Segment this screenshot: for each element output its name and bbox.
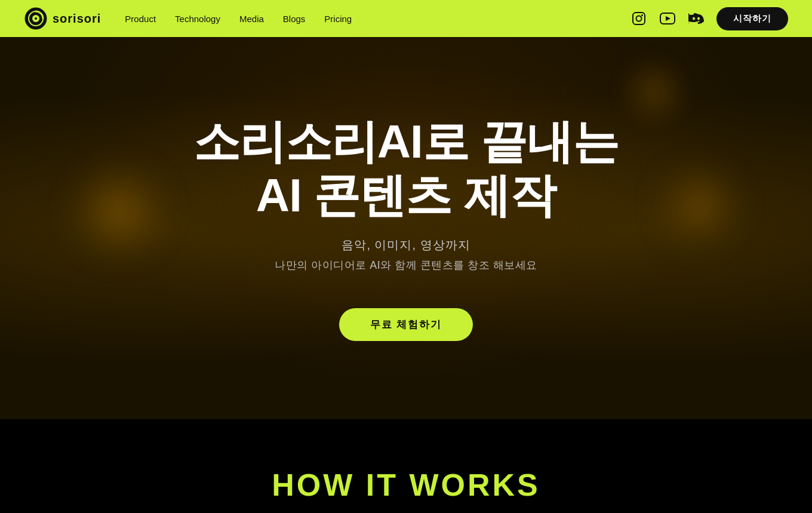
hero-title-line2: AI 콘텐츠 제작 — [256, 169, 556, 222]
svg-point-10 — [697, 17, 700, 20]
free-trial-button[interactable]: 무료 체험하기 — [339, 308, 473, 341]
nav-blogs[interactable]: Blogs — [283, 14, 306, 24]
svg-point-9 — [693, 17, 695, 20]
how-it-works-title: HOW IT WORKS — [24, 467, 788, 503]
start-button[interactable]: 시작하기 — [716, 7, 788, 30]
hero-title: 소리소리AI로 끝내는 AI 콘텐츠 제작 — [193, 115, 619, 222]
nav-product[interactable]: Product — [125, 14, 156, 24]
hero-description: 나만의 아이디어로 AI와 함께 콘텐츠를 창조 해보세요 — [193, 258, 619, 272]
navbar-right: 시작하기 — [630, 7, 788, 30]
nav-pricing[interactable]: Pricing — [324, 14, 352, 24]
hero-title-line1: 소리소리AI로 끝내는 — [193, 115, 619, 168]
logo[interactable]: sorisori — [24, 7, 101, 30]
svg-point-3 — [35, 17, 37, 20]
navbar-left: sorisori Product Technology Media Blogs … — [24, 7, 352, 30]
how-it-works-section: HOW IT WORKS 1 2 3 — [0, 419, 812, 513]
svg-marker-8 — [666, 16, 670, 21]
hero-section: 소리소리AI로 끝내는 AI 콘텐츠 제작 음악, 이미지, 영상까지 나만의 … — [0, 37, 812, 419]
youtube-icon[interactable] — [659, 10, 676, 27]
logo-text: sorisori — [53, 12, 101, 26]
hero-content: 소리소리AI로 끝내는 AI 콘텐츠 제작 음악, 이미지, 영상까지 나만의 … — [193, 115, 619, 340]
instagram-icon[interactable] — [630, 10, 647, 27]
nav-links: Product Technology Media Blogs Pricing — [125, 14, 352, 24]
svg-rect-4 — [633, 13, 645, 24]
logo-icon — [24, 7, 48, 30]
navbar: sorisori Product Technology Media Blogs … — [0, 0, 812, 37]
hero-subtitle: 음악, 이미지, 영상까지 — [193, 237, 619, 253]
nav-media[interactable]: Media — [239, 14, 264, 24]
discord-icon[interactable] — [688, 10, 705, 27]
svg-point-6 — [641, 14, 643, 16]
nav-technology[interactable]: Technology — [175, 14, 220, 24]
svg-point-5 — [636, 16, 642, 21]
